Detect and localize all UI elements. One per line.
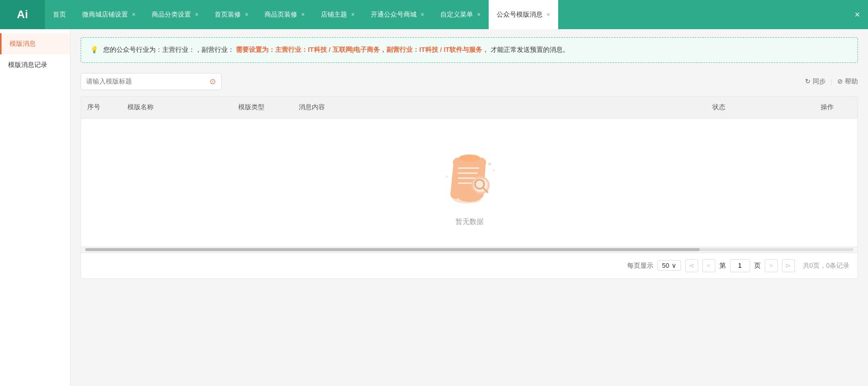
empty-illustration [439,149,500,209]
nav-tab-micro-shop[interactable]: 微商城店铺设置× [74,0,144,29]
col-content: 消息内容 [293,103,706,112]
help-button[interactable]: ⊘ 帮助 [837,77,858,86]
page-size-value: 50 [662,262,669,269]
empty-text: 暂无数据 [455,217,484,226]
nav-tab-close-icon[interactable]: × [547,11,550,18]
nav-tab-close-icon[interactable]: × [301,11,305,18]
table-wrapper: 序号 模版名称 模版类型 消息内容 状态 操作 [81,96,858,279]
table-header: 序号 模版名称 模版类型 消息内容 状态 操作 [81,97,857,119]
nav-tab-label: 店铺主题 [321,10,347,19]
notice-suffix: 才能正常发送预置的消息。 [491,46,569,53]
search-input[interactable] [86,78,210,85]
nav-tab-label: 首页装修 [215,10,241,19]
empty-state: 暂无数据 [81,119,857,247]
close-all-button[interactable]: × [846,10,868,20]
search-actions: ↻ 同步 | ⊘ 帮助 [805,77,858,86]
svg-point-2 [459,195,480,202]
chevron-down-icon: ∨ [672,262,677,269]
col-action: 操作 [797,103,857,112]
page-unit: 页 [754,261,761,270]
col-status: 状态 [706,103,797,112]
scrollbar-thumb[interactable] [85,248,700,251]
next-page-button[interactable]: > [765,259,778,272]
scrollbar-track[interactable] [85,248,853,251]
sidebar-item-template-message[interactable]: 模版消息 [0,33,70,54]
nav-tab-product-category[interactable]: 商品分类设置× [144,0,207,29]
last-page-button[interactable]: ⊳ [782,259,795,272]
logo: Ai [0,0,45,29]
nav-tab-close-icon[interactable]: × [477,11,481,18]
sync-icon: ↻ [805,78,811,85]
nav-tab-open-shop[interactable]: 开通公众号商城× [363,0,432,29]
nav-tab-product-decor[interactable]: 商品页装修× [256,0,313,29]
nav-tab-label: 商品页装修 [264,10,297,19]
notice-box: 💡 您的公众号行业为：主营行业：，副营行业： 需要设置为：主营行业：IT科技 /… [81,37,858,63]
main-layout: 模版消息模版消息记录 💡 您的公众号行业为：主营行业：，副营行业： 需要设置为：… [0,29,868,386]
search-bar: ⊙ ↻ 同步 | ⊘ 帮助 [81,73,858,90]
divider: | [831,78,832,85]
search-input-wrap[interactable]: ⊙ [81,73,222,90]
sync-button[interactable]: ↻ 同步 [805,77,826,86]
first-page-button[interactable]: ⊲ [685,259,698,272]
help-icon: ⊘ [837,78,843,85]
notice-highlight: 需要设置为：主营行业：IT科技 / 互联网|电子商务，副营行业：IT科技 / I… [236,46,489,53]
pagination: 每页显示 50 ∨ ⊲ < 第 页 > ⊳ 共0页，0条记录 [81,253,857,278]
svg-point-13 [446,176,448,178]
nav-tab-close-icon[interactable]: × [245,11,248,18]
sidebar-item-template-message-record[interactable]: 模版消息记录 [0,54,70,75]
nav-tabs: 首页微商城店铺设置×商品分类设置×首页装修×商品页装修×店铺主题×开通公众号商城… [45,0,846,29]
nav-tab-close-icon[interactable]: × [421,11,424,18]
nav-tab-label: 首页 [53,10,66,19]
horizontal-scrollbar[interactable] [81,247,857,253]
nav-tab-label: 公众号模版消息 [497,10,543,19]
search-icon[interactable]: ⊙ [210,77,216,86]
help-label: 帮助 [845,77,858,86]
nav-tab-close-icon[interactable]: × [195,11,198,18]
col-type: 模版类型 [232,103,293,112]
nav-tab-close-icon[interactable]: × [351,11,355,18]
notice-icon: 💡 [90,46,98,53]
notice-prefix: 您的公众号行业为：主营行业：，副营行业： [103,46,234,53]
svg-point-1 [459,155,480,162]
prev-page-button[interactable]: < [702,259,715,272]
svg-point-11 [488,163,491,166]
page-summary: 共0页，0条记录 [803,261,849,270]
main-content: 💡 您的公众号行业为：主营行业：，副营行业： 需要设置为：主营行业：IT科技 /… [71,29,868,386]
nav-tab-template-msg[interactable]: 公众号模版消息× [489,0,558,29]
page-label: 第 [719,261,726,270]
nav-tab-label: 开通公众号商城 [371,10,417,19]
sidebar: 模版消息模版消息记录 [0,29,71,386]
nav-tab-shop-theme[interactable]: 店铺主题× [313,0,363,29]
nav-tab-home[interactable]: 首页 [45,0,74,29]
svg-point-12 [493,169,495,171]
col-name: 模版名称 [121,103,232,112]
page-size-label: 每页显示 [627,261,653,270]
sync-label: 同步 [813,77,826,86]
nav-tab-label: 微商城店铺设置 [82,10,128,19]
nav-tab-home-decor[interactable]: 首页装修× [207,0,256,29]
nav-tab-label: 自定义菜单 [440,10,473,19]
top-navigation: Ai 首页微商城店铺设置×商品分类设置×首页装修×商品页装修×店铺主题×开通公众… [0,0,868,29]
nav-tab-close-icon[interactable]: × [132,11,136,18]
page-size-select[interactable]: 50 ∨ [657,260,681,271]
col-seq: 序号 [81,103,121,112]
page-input[interactable] [730,259,750,272]
nav-tab-custom-menu[interactable]: 自定义菜单× [432,0,489,29]
nav-tab-label: 商品分类设置 [152,10,191,19]
